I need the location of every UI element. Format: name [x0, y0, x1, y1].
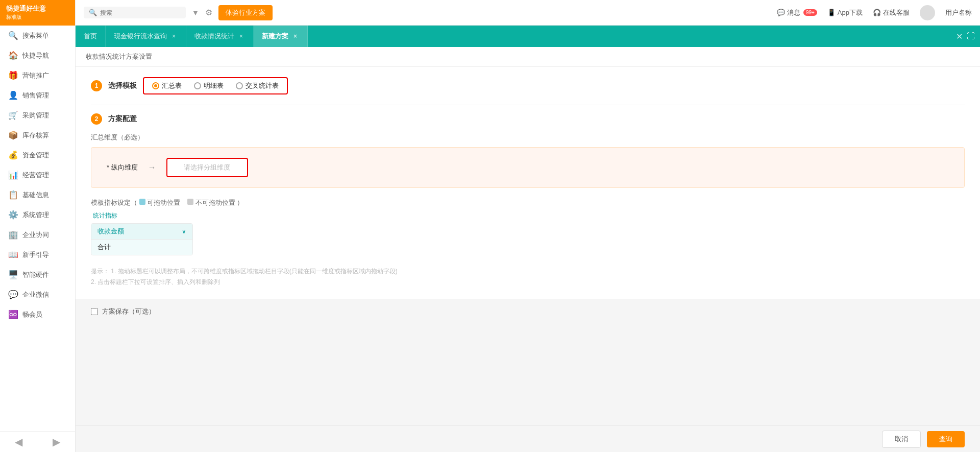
- metrics-header-row: 收款金额 ∨: [97, 227, 186, 236]
- tip-line2: 2. 点击标题栏下拉可设置排序、插入列和删除列: [91, 278, 965, 287]
- username-label: 用户名称: [945, 8, 972, 17]
- sidebar-item-label: 营销推广: [22, 71, 49, 80]
- dimension-title-text: 汇总维度（必选）: [91, 133, 144, 141]
- sidebar-item-smart-hw[interactable]: 🖥️ 智能硬件: [0, 265, 75, 284]
- metrics-dropdown-icon[interactable]: ∨: [182, 228, 186, 235]
- sidebar-item-system[interactable]: ⚙️ 系统管理: [0, 205, 75, 225]
- smart-hw-icon: 🖥️: [8, 270, 18, 279]
- tab-new-plan[interactable]: 新建方案 ×: [254, 26, 308, 47]
- app-download-item[interactable]: 📱 App下载: [827, 8, 863, 17]
- sidebar-item-label: 企业协同: [22, 230, 49, 240]
- base-info-icon: 📋: [8, 190, 18, 200]
- step1-label: 选择模板: [108, 81, 137, 90]
- sidebar-collapse-icon[interactable]: ◀: [15, 436, 22, 448]
- metrics-title-start: 模板指标设定（: [91, 199, 137, 206]
- cancel-button[interactable]: 取消: [882, 431, 921, 448]
- online-support-item[interactable]: 🎧 在线客服: [873, 8, 910, 17]
- notification-item[interactable]: 💬 消息 99+: [777, 8, 817, 17]
- sidebar-item-operation[interactable]: 📊 经营管理: [0, 165, 75, 185]
- search-menu-icon: 🔍: [8, 31, 18, 40]
- search-input[interactable]: [100, 9, 172, 16]
- sidebar-logo: 畅捷通好生意 标准版: [0, 0, 75, 26]
- online-support-label: 在线客服: [883, 8, 910, 17]
- notification-badge: 99+: [803, 9, 817, 16]
- radio-detail[interactable]: 明细表: [194, 81, 224, 90]
- sidebar-item-enterprise-weixin[interactable]: 💬 企业微信: [0, 284, 75, 304]
- sidebar-item-marketing[interactable]: 🎁 营销推广: [0, 65, 75, 85]
- metrics-table: 收款金额 ∨ 合计: [91, 223, 193, 255]
- marketing-icon: 🎁: [8, 70, 18, 80]
- purchase-icon: 🛒: [8, 110, 18, 120]
- sidebar-item-quick-nav[interactable]: 🏠 快捷导航: [0, 45, 75, 65]
- sidebar-item-label: 智能硬件: [22, 270, 49, 279]
- radio-cross-label: 交叉统计表: [246, 81, 279, 90]
- sidebar-item-purchase[interactable]: 🛒 采购管理: [0, 105, 75, 125]
- topbar-gear-icon[interactable]: ⚙: [205, 8, 212, 17]
- radio-summary-label: 汇总表: [162, 81, 182, 90]
- sidebar-item-member[interactable]: ♾️ 畅会员: [0, 304, 75, 324]
- topbar: 🔍 ▼ ⚙ 体验行业方案 💬 消息 99+ 📱 App下载 🎧 在线客服 用户名…: [76, 0, 980, 26]
- metrics-layout: 统计指标 收款金额 ∨ 合计: [91, 211, 965, 257]
- topbar-dropdown-icon[interactable]: ▼: [192, 9, 199, 17]
- page-content: 收款情况统计方案设置 1 选择模板 汇总表 明细表: [76, 47, 980, 452]
- query-button[interactable]: 查询: [927, 431, 965, 447]
- tabbar-actions: ✕ ⛶: [951, 26, 980, 47]
- step1-row: 1 选择模板 汇总表 明细表 交叉统计表: [91, 77, 965, 94]
- sidebar-item-sales[interactable]: 👤 销售管理: [0, 85, 75, 105]
- footer-bar: 取消 查询: [76, 425, 980, 452]
- form-section: 1 选择模板 汇总表 明细表 交叉统计表: [76, 67, 980, 299]
- sidebar-item-label: 销售管理: [22, 91, 49, 100]
- dim-select-box[interactable]: 请选择分组维度: [166, 158, 248, 177]
- sidebar-item-base-info[interactable]: 📋 基础信息: [0, 185, 75, 205]
- tab-cashflow[interactable]: 现金银行流水查询 ×: [106, 26, 186, 47]
- sidebar-item-beginner[interactable]: 📖 新手引导: [0, 245, 75, 265]
- radio-summary-dot: [152, 82, 159, 89]
- tab-home[interactable]: 首页: [76, 26, 106, 47]
- radio-summary[interactable]: 汇总表: [152, 81, 182, 90]
- sidebar-item-search-menu[interactable]: 🔍 搜索菜单: [0, 26, 75, 45]
- save-checkbox[interactable]: [91, 308, 98, 315]
- hint-movable-text: 可拖动位置: [147, 199, 180, 206]
- vertical-dim-label: * 纵向维度: [107, 163, 138, 172]
- inventory-icon: 📦: [8, 130, 18, 140]
- step2-circle: 2: [91, 113, 102, 125]
- sidebar-item-label: 系统管理: [22, 210, 49, 220]
- tabbar-close-icon[interactable]: ✕: [956, 32, 963, 41]
- step2-label: 方案配置: [108, 114, 137, 124]
- user-avatar[interactable]: [920, 5, 935, 20]
- tab-new-plan-close[interactable]: ×: [291, 32, 299, 41]
- template-radio-group: 汇总表 明细表 交叉统计表: [143, 77, 288, 94]
- tabbar-expand-icon[interactable]: ⛶: [967, 32, 975, 41]
- breadcrumb-text: 收款情况统计方案设置: [86, 53, 152, 60]
- metrics-category-label: 统计指标: [91, 211, 193, 220]
- sidebar-item-label: 新手引导: [22, 250, 49, 259]
- sidebar-item-label: 畅会员: [22, 310, 42, 319]
- step1-circle: 1: [91, 80, 102, 91]
- operation-icon: 📊: [8, 170, 18, 180]
- sidebar-item-inventory[interactable]: 📦 库存核算: [0, 125, 75, 145]
- sidebar-item-label: 资金管理: [22, 151, 49, 160]
- sidebar-item-label: 搜索菜单: [22, 31, 49, 40]
- fixed-dot: [187, 199, 193, 205]
- tab-cashflow-close[interactable]: ×: [170, 32, 178, 41]
- logo-text: 畅捷通好生意: [6, 5, 46, 13]
- radio-cross[interactable]: 交叉统计表: [236, 81, 279, 90]
- sidebar-item-label: 基础信息: [22, 191, 49, 200]
- page-breadcrumb: 收款情况统计方案设置: [76, 47, 980, 67]
- search-box[interactable]: 🔍: [84, 7, 186, 18]
- industry-btn[interactable]: 体验行业方案: [218, 5, 273, 20]
- sidebar-expand-icon[interactable]: ▶: [53, 436, 60, 448]
- step2-row: 2 方案配置: [91, 113, 965, 125]
- sidebar-item-enterprise[interactable]: 🏢 企业协同: [0, 225, 75, 245]
- tab-collection-stats-close[interactable]: ×: [237, 32, 245, 41]
- metrics-header-text: 收款金额: [97, 227, 124, 236]
- edition-text: 标准版: [6, 14, 46, 21]
- save-label: 方案保存（可选）: [102, 307, 155, 316]
- enterprise-icon: 🏢: [8, 230, 18, 240]
- tabbar: 首页 现金银行流水查询 × 收款情况统计 × 新建方案 × ✕ ⛶: [76, 26, 980, 47]
- dimension-section-title: 汇总维度（必选）: [91, 133, 965, 142]
- tab-collection-stats[interactable]: 收款情况统计 ×: [186, 26, 254, 47]
- online-support-icon: 🎧: [873, 9, 881, 16]
- member-icon: ♾️: [8, 310, 18, 319]
- sidebar-item-finance[interactable]: 💰 资金管理: [0, 145, 75, 165]
